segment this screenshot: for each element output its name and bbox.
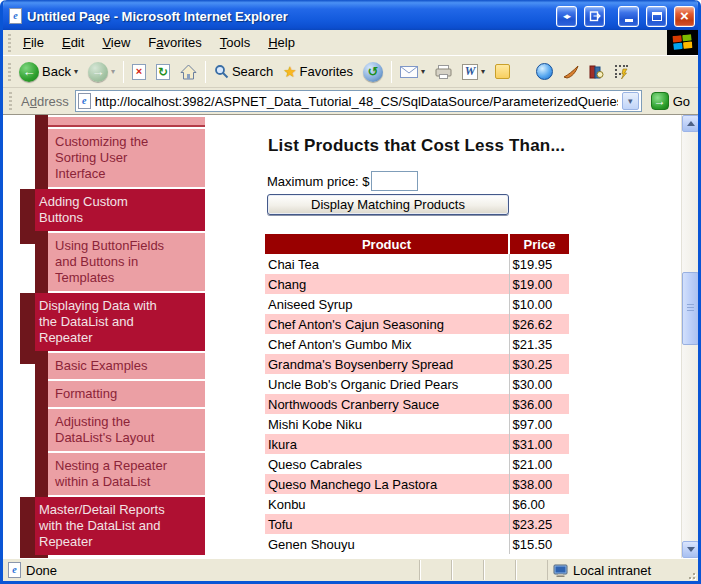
favorites-button[interactable]: ★ Favorites (278, 62, 358, 81)
menu-item[interactable]: Help (259, 32, 304, 53)
status-pane (451, 560, 478, 580)
search-icon (214, 64, 229, 79)
maximize-button[interactable] (646, 6, 667, 27)
max-price-input[interactable] (371, 171, 418, 191)
resize-grip[interactable] (684, 568, 696, 580)
print-button[interactable] (430, 63, 457, 81)
refresh-button[interactable]: ↻ (151, 62, 175, 82)
menu-item[interactable]: Tools (211, 32, 259, 53)
menu-item[interactable]: File (14, 32, 53, 53)
search-button[interactable]: Search (209, 62, 278, 81)
address-label: Address (19, 94, 71, 109)
research-button[interactable] (584, 62, 609, 81)
max-price-label: Maximum price: $ (267, 174, 370, 189)
menu-grip[interactable] (8, 34, 11, 52)
sidebar-item[interactable]: Using ButtonFields and Buttons in Templa… (48, 233, 205, 291)
local-intranet-icon (553, 564, 568, 577)
mail-dropdown-icon: ▾ (421, 67, 425, 76)
browser-window: e Untitled Page - Microsoft Internet Exp… (0, 0, 701, 584)
pop-out-button[interactable] (584, 6, 605, 27)
mail-button[interactable]: ▾ (395, 64, 430, 80)
toolbar: ← Back ▾ → ▾ × ↻ Search ★ Favorites ↺ (3, 56, 698, 88)
price-cell: $10.00 (509, 294, 569, 314)
page-icon: e (78, 93, 91, 109)
sidebar-item[interactable]: Master/Detail Reports with the DataList … (20, 497, 205, 555)
messenger-button[interactable] (531, 61, 558, 82)
maximize-icon (652, 12, 662, 21)
scroll-down-button[interactable] (682, 541, 698, 558)
go-arrow-icon: → (651, 92, 669, 110)
sidebar-item[interactable]: Nesting a Repeater within a DataList (48, 453, 205, 495)
table-header-row: Product Price (265, 234, 569, 254)
menu-item[interactable]: Edit (53, 32, 93, 53)
sidebar-item-clipped[interactable] (48, 117, 205, 127)
product-cell: Queso Manchego La Pastora (265, 474, 509, 494)
table-row: Chai Tea $19.95 (265, 254, 569, 274)
scroll-down-icon (687, 547, 695, 552)
price-cell: $21.00 (509, 454, 569, 474)
print-icon (435, 65, 452, 79)
mail-icon (400, 66, 418, 78)
address-grip[interactable] (9, 92, 12, 110)
favorites-label: Favorites (300, 64, 353, 79)
price-cell: $26.62 (509, 314, 569, 334)
favorites-star-icon: ★ (283, 64, 296, 79)
vertical-scrollbar[interactable] (681, 115, 698, 558)
search-label: Search (232, 64, 273, 79)
table-row: Grandma's Boysenberry Spread $30.25 (265, 354, 569, 374)
price-cell: $38.00 (509, 474, 569, 494)
product-column-header: Product (265, 234, 509, 254)
table-row: Aniseed Syrup $10.00 (265, 294, 569, 314)
capture-button[interactable] (609, 62, 634, 81)
sidebar-item[interactable]: Adding Custom Buttons (20, 189, 205, 231)
status-pane (419, 560, 446, 580)
submit-row: Display Matching Products (267, 194, 681, 215)
toolbar-separator (123, 61, 124, 83)
forward-button[interactable]: → ▾ (83, 60, 120, 84)
chevron-down-icon: ▾ (628, 96, 633, 106)
address-field[interactable]: e http://localhost:3982/ASPNET_Data_Tuto… (75, 90, 642, 112)
sidebar-item[interactable]: Customizing the Sorting User Interface (48, 129, 205, 187)
menu-item[interactable]: Favorites (139, 32, 210, 53)
edit-with-word-button[interactable]: W ▾ (457, 62, 490, 82)
history-button[interactable]: ↺ (358, 60, 388, 84)
menu-item[interactable]: View (93, 32, 139, 53)
pair-arrows-icon: ◂▸ (563, 12, 570, 21)
addon-button[interactable] (558, 63, 584, 81)
address-url[interactable]: http://localhost:3982/ASPNET_Data_Tutori… (95, 94, 618, 109)
stop-button[interactable]: × (127, 62, 151, 82)
orange-swoosh-icon (563, 65, 579, 79)
sidebar-item[interactable]: Adjusting the DataList's Layout (48, 409, 205, 451)
word-icon: W (462, 64, 478, 80)
max-price-row: Maximum price: $ (267, 171, 681, 191)
discuss-button[interactable] (490, 62, 515, 81)
table-row: Queso Manchego La Pastora $38.00 (265, 474, 569, 494)
status-pane (483, 560, 510, 580)
product-cell: Ikura (265, 434, 509, 454)
windows-logo-throbber (667, 30, 698, 55)
history-icon: ↺ (363, 62, 383, 82)
toggle-pane-button[interactable]: ◂▸ (556, 6, 577, 27)
scroll-up-button[interactable] (682, 115, 698, 132)
close-button[interactable]: × (674, 6, 695, 27)
minimize-button[interactable] (618, 6, 639, 27)
address-dropdown-button[interactable]: ▾ (622, 92, 639, 110)
windows-flag-icon (672, 34, 692, 51)
table-row: Queso Cabrales $21.00 (265, 454, 569, 474)
scrollbar-thumb[interactable] (682, 272, 698, 345)
toolbar-grip[interactable] (8, 63, 11, 81)
price-column-header: Price (509, 234, 569, 254)
price-cell: $19.95 (509, 254, 569, 274)
sidebar-item[interactable]: Displaying Data with the DataList and Re… (20, 293, 205, 351)
go-button[interactable]: → Go (646, 92, 695, 110)
window-title: Untitled Page - Microsoft Internet Explo… (27, 9, 549, 24)
status-bar: e Done Local intranet (3, 558, 698, 581)
back-button[interactable]: ← Back ▾ (14, 60, 83, 84)
display-matching-products-button[interactable]: Display Matching Products (267, 194, 509, 215)
home-button[interactable] (175, 62, 202, 82)
products-table: Product Price Chai Tea $19.95 Chang $19.… (265, 234, 569, 554)
sidebar-item[interactable]: Formatting (48, 381, 205, 407)
product-cell: Tofu (265, 514, 509, 534)
back-icon: ← (19, 62, 39, 82)
sidebar-item[interactable]: Basic Examples (48, 353, 205, 379)
